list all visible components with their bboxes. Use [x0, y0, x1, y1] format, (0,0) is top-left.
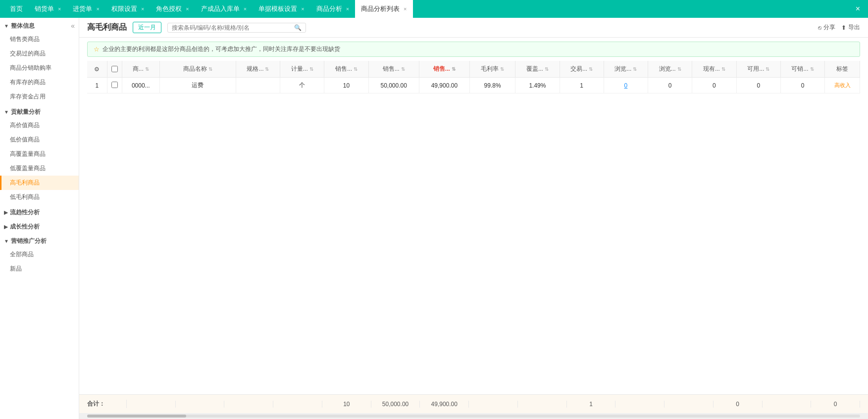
sort-icon-spec[interactable]: ⇅ — [265, 66, 269, 72]
content-area: 高毛利商品 近一月 🔍 ⎋ 分享 ⬆ 导出 ☆ 企业的主要的利润都是这部分商品创… — [79, 18, 868, 419]
cell-unit: 个 — [280, 78, 324, 93]
filter-recent-month-button[interactable]: 近一月 — [133, 22, 161, 33]
sidebar-item-high-coverage[interactable]: 高覆盖量商品 — [0, 147, 79, 161]
sort-icon-stock-current[interactable]: ⇅ — [721, 66, 725, 72]
sort-icon-stock-available[interactable]: ⇅ — [766, 66, 769, 72]
search-icon[interactable]: 🔍 — [294, 24, 302, 31]
sort-icon-code[interactable]: ⇅ — [145, 66, 149, 72]
cell-coverage: 1.49% — [515, 78, 560, 93]
sidebar-group-growth[interactable]: ▶ 成长性分析 — [0, 219, 79, 233]
nav-item-sales[interactable]: 销货单 × — [29, 0, 67, 18]
th-tag: 标签 — [825, 61, 860, 78]
nav-item-permission[interactable]: 权限设置 × — [105, 0, 150, 18]
sort-icon-name[interactable]: ⇅ — [208, 66, 212, 72]
cell-code: 0000... — [122, 78, 159, 93]
export-button[interactable]: ⬆ 导出 — [841, 23, 860, 32]
nav-item-analysis-list[interactable]: 商品分析列表 × — [355, 0, 412, 18]
sidebar-item-sales-goods[interactable]: 销售类商品 — [0, 32, 79, 47]
footer-cell-empty8 — [664, 401, 714, 408]
sort-icon-sales-profit[interactable]: ⇅ — [452, 66, 456, 72]
sort-icon-views2[interactable]: ⇅ — [677, 66, 681, 72]
th-checkbox[interactable] — [107, 61, 122, 78]
sort-icon-transactions[interactable]: ⇅ — [589, 66, 593, 72]
scrollbar-thumb[interactable] — [87, 415, 186, 418]
footer-cell-empty7 — [615, 401, 664, 408]
page-title: 高毛利商品 — [87, 22, 127, 33]
cell-checkbox[interactable] — [107, 78, 122, 93]
sidebar-group-overall[interactable]: ▼ 整体信息 — [0, 18, 79, 32]
scrollbar-track[interactable] — [87, 415, 860, 418]
th-sales-qty: 销售... ⇅ — [324, 61, 368, 78]
views1-link[interactable]: 0 — [624, 82, 628, 89]
sidebar-item-high-margin[interactable]: 高毛利商品 — [0, 176, 79, 190]
th-transactions: 交易... ⇅ — [560, 61, 604, 78]
sort-icon-unit[interactable]: ⇅ — [309, 66, 313, 72]
sidebar-item-low-margin[interactable]: 低毛利商品 — [0, 190, 79, 204]
nav-item-analysis[interactable]: 商品分析 × — [310, 0, 355, 18]
sidebar-item-new-goods[interactable]: 新品 — [0, 262, 79, 276]
cell-transactions: 1 — [560, 78, 604, 93]
sidebar-collapse-button[interactable]: « — [71, 22, 75, 30]
row-checkbox[interactable] — [111, 82, 118, 88]
nav-item-inbound[interactable]: 产成品入库单 × — [195, 0, 253, 18]
horizontal-scrollbar[interactable] — [79, 413, 868, 419]
tag-label: 高收入 — [834, 82, 851, 88]
header-actions: ⎋ 分享 ⬆ 导出 — [818, 23, 860, 32]
sidebar-group-contribution[interactable]: ▼ 贡献量分析 — [0, 104, 79, 118]
main-layout: « ▼ 整体信息 销售类商品 交易过的商品 商品分销助购率 有库存的商品 库存资… — [0, 18, 868, 419]
cell-sales-qty: 10 — [324, 78, 368, 93]
th-sales-amount: 销售... ⇅ — [368, 61, 419, 78]
sort-icon-sales-qty[interactable]: ⇅ — [354, 66, 357, 72]
arrow-icon-marketing: ▼ — [4, 238, 9, 244]
sort-icon-sales-amount[interactable]: ⇅ — [401, 66, 405, 72]
sidebar-group-trend[interactable]: ▶ 流趋性分析 — [0, 204, 79, 219]
sidebar: « ▼ 整体信息 销售类商品 交易过的商品 商品分销助购率 有库存的商品 库存资… — [0, 18, 79, 419]
sort-icon-views1[interactable]: ⇅ — [633, 66, 637, 72]
select-all-checkbox[interactable] — [111, 66, 118, 72]
cell-gross-margin: 99.8% — [469, 78, 515, 93]
nav-close-role[interactable]: × — [186, 6, 189, 12]
sidebar-item-low-value[interactable]: 低价值商品 — [0, 133, 79, 147]
search-box[interactable]: 🔍 — [167, 23, 306, 33]
nav-item-home[interactable]: 首页 — [4, 0, 29, 18]
sort-icon-coverage[interactable]: ⇅ — [545, 66, 549, 72]
nav-close-analysis[interactable]: × — [346, 6, 349, 12]
sort-icon-stock-sellable[interactable]: ⇅ — [810, 66, 814, 72]
th-settings[interactable]: ⚙ — [87, 61, 107, 78]
nav-close-sales[interactable]: × — [58, 6, 61, 12]
cell-views2: 0 — [648, 78, 692, 93]
search-input[interactable] — [172, 24, 292, 31]
nav-close-permission[interactable]: × — [141, 6, 144, 12]
sidebar-item-traded-goods[interactable]: 交易过的商品 — [0, 47, 79, 61]
nav-item-role[interactable]: 角色授权 × — [150, 0, 195, 18]
sidebar-item-stock-capital[interactable]: 库存资金占用 — [0, 90, 79, 104]
footer-cell-sales-amount: 50,000.00 — [371, 401, 420, 408]
sort-icon-gross-margin[interactable]: ⇅ — [500, 66, 504, 72]
arrow-icon-contribution: ▼ — [4, 109, 9, 115]
sidebar-item-high-value[interactable]: 高价值商品 — [0, 118, 79, 133]
footer-cell-empty6 — [518, 401, 567, 408]
share-button[interactable]: ⎋ 分享 — [818, 23, 835, 32]
nav-close-analysis-list[interactable]: × — [404, 6, 407, 12]
share-icon: ⎋ — [818, 24, 821, 31]
nav-item-template[interactable]: 单据模板设置 × — [253, 0, 310, 18]
cell-spec — [236, 78, 280, 93]
sidebar-item-all-goods[interactable]: 全部商品 — [0, 247, 79, 262]
settings-icon[interactable]: ⚙ — [94, 66, 100, 73]
table-container[interactable]: ⚙ 商... ⇅ 商品名称 — [79, 61, 868, 394]
footer-cell-transactions: 1 — [567, 401, 616, 408]
th-stock-current: 现有... ⇅ — [692, 61, 736, 78]
cell-views1[interactable]: 0 — [604, 78, 648, 93]
sidebar-item-in-stock-goods[interactable]: 有库存的商品 — [0, 75, 79, 90]
sidebar-item-distribution-rate[interactable]: 商品分销助购率 — [0, 61, 79, 75]
content-header: 高毛利商品 近一月 🔍 ⎋ 分享 ⬆ 导出 — [79, 18, 868, 38]
nav-close-inbound[interactable]: × — [244, 6, 247, 12]
nav-item-purchase[interactable]: 进货单 × — [67, 0, 105, 18]
window-close-icon[interactable]: × — [852, 4, 864, 13]
data-table: ⚙ 商... ⇅ 商品名称 — [87, 61, 860, 93]
sidebar-group-marketing[interactable]: ▼ 营销推广分析 — [0, 233, 79, 247]
sidebar-item-low-coverage[interactable]: 低覆盖量商品 — [0, 161, 79, 176]
footer-cell-empty5 — [469, 401, 518, 408]
nav-close-purchase[interactable]: × — [96, 6, 99, 12]
nav-close-template[interactable]: × — [301, 6, 304, 12]
